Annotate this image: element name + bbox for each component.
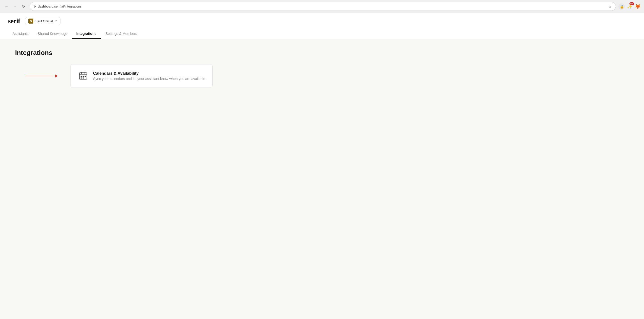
header-top: serif S Serif Official ⌃: [8, 17, 636, 25]
nav-buttons: ← → ↻: [3, 3, 27, 10]
org-name: Serif Official: [35, 19, 53, 23]
page-title: Integrations: [15, 49, 629, 57]
app-container: serif S Serif Official ⌃ Assistants Shar…: [0, 13, 644, 319]
arrow-line: [25, 76, 55, 76]
app-logo: serif: [8, 17, 20, 25]
integration-info: Calendars & Availability Sync your calen…: [93, 71, 205, 81]
bookmark-button[interactable]: ☆: [608, 4, 612, 9]
integration-description: Sync your calendars and let your assista…: [93, 77, 205, 81]
arrow-head: [55, 74, 58, 77]
svg-rect-7: [81, 77, 82, 78]
forward-button[interactable]: →: [12, 3, 19, 10]
app-header: serif S Serif Official ⌃ Assistants Shar…: [0, 13, 644, 39]
back-button[interactable]: ←: [3, 3, 10, 10]
address-icon: ⊙: [33, 5, 36, 8]
chevron-down-icon: ⌃: [55, 20, 57, 23]
tab-shared-knowledge[interactable]: Shared Knowledge: [33, 29, 72, 39]
url-text: dashboard.serif.ai/integrations: [38, 5, 606, 8]
arrow-annotation: [25, 74, 58, 77]
integration-title: Calendars & Availability: [93, 71, 205, 76]
tab-settings-members[interactable]: Settings & Members: [101, 29, 142, 39]
nav-tabs: Assistants Shared Knowledge Integrations…: [8, 29, 636, 39]
org-selector[interactable]: S Serif Official ⌃: [25, 17, 60, 25]
browser-chrome: ← → ↻ ⊙ dashboard.serif.ai/integrations …: [0, 0, 644, 13]
reload-button[interactable]: ↻: [20, 3, 27, 10]
svg-rect-4: [81, 76, 82, 77]
svg-rect-6: [85, 76, 86, 77]
address-bar[interactable]: ⊙ dashboard.serif.ai/integrations ☆: [30, 2, 616, 11]
org-avatar: S: [28, 19, 33, 24]
extension-badge: 9+: [629, 2, 634, 5]
integration-card-calendars[interactable]: Calendars & Availability Sync your calen…: [70, 64, 213, 88]
extension-icon-3[interactable]: 🦊: [634, 3, 641, 10]
browser-extensions: 🔒 ✨ 9+ 🦊: [618, 3, 641, 10]
calendar-icon: [79, 71, 88, 81]
main-content: Integrations: [0, 39, 644, 319]
calendar-icon-wrapper: [78, 70, 89, 82]
tab-assistants[interactable]: Assistants: [8, 29, 33, 39]
tab-integrations[interactable]: Integrations: [72, 29, 101, 39]
integration-row: Calendars & Availability Sync your calen…: [15, 64, 629, 88]
svg-rect-5: [83, 76, 84, 77]
svg-rect-8: [83, 77, 84, 78]
extension-icon-1[interactable]: 🔒: [618, 3, 625, 10]
